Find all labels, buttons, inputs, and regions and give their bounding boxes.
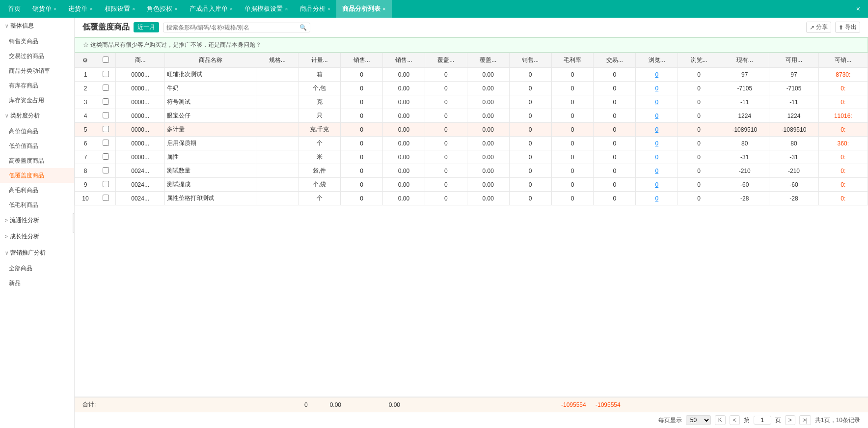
page-number-input[interactable] (754, 416, 771, 425)
row-trade: 0 (594, 109, 636, 123)
sidebar-item-low-coverage[interactable]: 低覆盖度商品 (0, 168, 74, 183)
tab-template[interactable]: 单据模板设置 × (239, 0, 294, 18)
row-checkbox[interactable] (96, 164, 115, 178)
col-stock2[interactable]: 可用... (769, 53, 818, 68)
sidebar-item-low-profit[interactable]: 低毛利商品 (0, 198, 74, 212)
tab-purchase-order[interactable]: 进货单 × (62, 0, 98, 18)
row-checkbox[interactable] (96, 95, 115, 109)
tab-role-auth[interactable]: 角色授权 × (141, 0, 183, 18)
sidebar-section-marketing[interactable]: ∨ 营销推广分析 (0, 245, 74, 261)
tab-home[interactable]: 首页 (2, 0, 27, 18)
browse1-link[interactable]: 0 (655, 168, 658, 174)
row-checkbox[interactable] (96, 82, 115, 95)
row-unit: 个 (298, 192, 341, 205)
row-checkbox[interactable] (96, 68, 115, 82)
browse1-link[interactable]: 0 (655, 181, 658, 188)
prev-page-btn[interactable]: < (730, 415, 740, 425)
last-page-btn[interactable]: >| (799, 415, 811, 425)
row-name: 多计量 (165, 123, 256, 137)
row-sales1: 0 (341, 150, 383, 164)
row-checkbox[interactable] (96, 137, 115, 150)
sidebar-section-growth[interactable]: > 成长性分析 (0, 228, 74, 245)
row-stock3: 0: (818, 192, 868, 205)
browse1-link[interactable]: 0 (655, 154, 658, 161)
export-button[interactable]: ⬆ 导出 (835, 22, 860, 33)
col-unit[interactable]: 计量... (298, 53, 341, 68)
row-checkbox[interactable] (96, 178, 115, 192)
sidebar-item-new-goods[interactable]: 新品 (0, 276, 74, 290)
col-cover2[interactable]: 覆盖... (467, 53, 509, 68)
col-sales1[interactable]: 销售... (341, 53, 383, 68)
row-stock2: -7105 (769, 82, 818, 95)
col-sales3[interactable]: 销售... (509, 53, 551, 68)
browse1-link[interactable]: 0 (655, 140, 658, 147)
tab-permission-close[interactable]: × (132, 6, 135, 12)
row-code: 0024... (116, 178, 165, 192)
browse1-link[interactable]: 0 (655, 195, 658, 202)
row-cover1: 0 (425, 164, 467, 178)
row-checkbox[interactable] (96, 123, 115, 137)
next-page-btn[interactable]: > (785, 415, 795, 425)
window-close-btn[interactable]: × (850, 5, 866, 13)
col-cover1[interactable]: 覆盖... (425, 53, 467, 68)
sidebar-item-high-coverage[interactable]: 高覆盖度商品 (0, 153, 74, 168)
sidebar-item-traded-goods[interactable]: 交易过的商品 (0, 49, 74, 63)
first-page-btn[interactable]: K (715, 415, 726, 425)
page-size-select[interactable]: 50 100 200 (686, 415, 711, 425)
row-sales1: 0 (341, 95, 383, 109)
tab-template-close[interactable]: × (285, 6, 288, 12)
tab-purchase-close[interactable]: × (89, 6, 92, 12)
row-name: 测试数量 (165, 164, 256, 178)
sidebar-item-high-value[interactable]: 高价值商品 (0, 124, 74, 139)
row-checkbox[interactable] (96, 150, 115, 164)
row-cover1: 0 (425, 150, 467, 164)
col-trade[interactable]: 交易... (594, 53, 636, 68)
tab-product-analysis[interactable]: 商品分析 × (294, 0, 336, 18)
col-code[interactable]: 商... (116, 53, 165, 68)
browse1-link[interactable]: 0 (655, 113, 658, 119)
sidebar-item-stocked-goods[interactable]: 有库存商品 (0, 78, 74, 93)
share-button[interactable]: ↗ 分享 (806, 22, 831, 33)
sidebar-section-flow[interactable]: > 流通性分析 (0, 212, 74, 228)
browse1-link[interactable]: 0 (655, 85, 658, 92)
col-stock3[interactable]: 可销... (818, 53, 868, 68)
col-name[interactable]: 商品名称 (165, 53, 256, 68)
col-spec[interactable]: 规格... (256, 53, 298, 68)
row-checkbox[interactable] (96, 109, 115, 123)
sidebar-section-coverage[interactable]: ∨ 类射度分析 (0, 108, 74, 124)
search-input[interactable] (166, 24, 299, 31)
tab-role-auth-close[interactable]: × (174, 6, 177, 12)
tab-sales-order[interactable]: 销货单 × (27, 0, 62, 18)
tab-product-analysis-list[interactable]: 商品分析列表 × (336, 0, 391, 18)
tab-product-entry[interactable]: 产成品入库单 × (184, 0, 239, 18)
col-stock1[interactable]: 现有... (720, 53, 769, 68)
sidebar-item-low-value[interactable]: 低价值商品 (0, 139, 74, 153)
tab-sales-order-close[interactable]: × (54, 6, 56, 12)
sidebar-section-overall[interactable]: ∨ 整体信息 (0, 18, 74, 34)
sidebar-item-category-rate[interactable]: 商品分类动销率 (0, 63, 74, 78)
page-label: 第 (744, 416, 750, 425)
tab-product-entry-close[interactable]: × (230, 6, 233, 12)
sidebar-item-high-profit[interactable]: 高毛利商品 (0, 183, 74, 198)
tab-product-analysis-close[interactable]: × (327, 6, 330, 12)
col-browse1[interactable]: 浏览... (636, 53, 678, 68)
sidebar-item-sales-goods[interactable]: 销售类商品 (0, 34, 74, 49)
browse1-link[interactable]: 0 (655, 71, 658, 78)
col-sales2[interactable]: 销售... (383, 53, 425, 68)
select-all-checkbox[interactable] (103, 57, 109, 63)
tab-product-analysis-list-close[interactable]: × (382, 6, 385, 12)
col-browse2[interactable]: 浏览... (678, 53, 720, 68)
col-profit[interactable]: 毛利率 (551, 53, 594, 68)
sidebar-item-stock-funds[interactable]: 库存资金占用 (0, 93, 74, 108)
period-button[interactable]: 近一月 (134, 22, 159, 32)
row-stock3: 360: (818, 137, 868, 150)
browse1-link[interactable]: 0 (655, 126, 658, 133)
col-settings[interactable]: ⚙ (75, 53, 96, 68)
row-no: 1 (75, 68, 96, 82)
row-code: 0000... (116, 95, 165, 109)
row-checkbox[interactable] (96, 192, 115, 205)
col-checkbox[interactable] (96, 53, 115, 68)
browse1-link[interactable]: 0 (655, 99, 658, 106)
tab-permission[interactable]: 权限设置 × (99, 0, 141, 18)
sidebar-item-all-goods[interactable]: 全部商品 (0, 261, 74, 276)
